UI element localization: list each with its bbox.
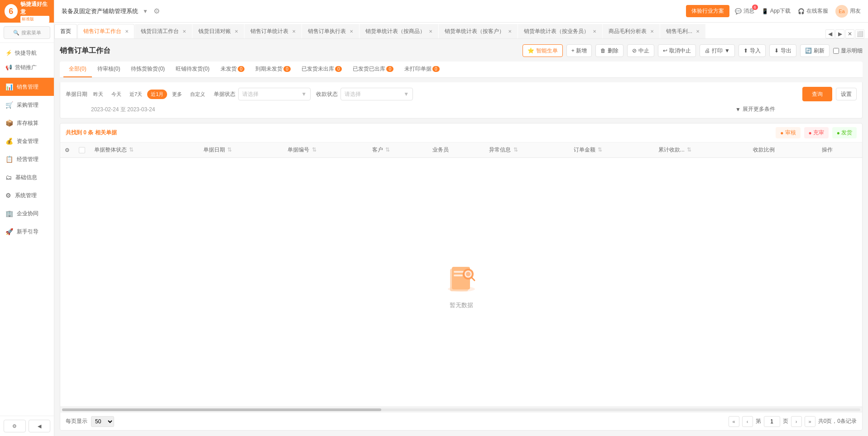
tab-close-cash-daily[interactable]: ✕ (182, 29, 186, 34)
tab-home[interactable]: 首页 (54, 24, 77, 38)
sort-exception-icon[interactable]: ⇅ (513, 147, 518, 153)
date-7days-btn[interactable]: 近7天 (126, 90, 145, 99)
sidebar-settings-btn[interactable]: ⚙ (4, 420, 26, 432)
filter-tab-not-printed[interactable]: 未打印单据0 (399, 62, 445, 77)
sidebar-item-marketing[interactable]: 📢 营销推广 (0, 60, 54, 75)
dispatch-button[interactable]: ● 发货 (832, 127, 857, 138)
industry-solution-button[interactable]: 体验行业方案 (686, 5, 729, 17)
filter-tab-shipped-out[interactable]: 已发货已出库0 (347, 62, 399, 77)
date-yesterday-btn[interactable]: 昨天 (90, 90, 106, 99)
filter-tab-not-shipped[interactable]: 未发货0 (215, 62, 250, 77)
query-button[interactable]: 查询 (802, 87, 832, 101)
sort-number-icon[interactable]: ⇅ (312, 147, 317, 153)
tab-close-all-button[interactable]: ✕ (845, 29, 854, 38)
tab-sales-workbench[interactable]: 销售订单工作台 ✕ (77, 24, 134, 38)
tab-close-sales-exec[interactable]: ✕ (350, 29, 353, 34)
expand-more-btn[interactable]: ▼ 展开更多条件 (735, 105, 775, 113)
horizontal-scrollbar[interactable] (60, 407, 862, 412)
app-download-button[interactable]: 📱 App下载 (762, 7, 791, 15)
sidebar-item-quick-nav[interactable]: ⚡ 快捷导航 (0, 46, 54, 60)
column-checkbox[interactable] (74, 142, 90, 158)
sidebar-item-inventory[interactable]: 📦 库存核算 (0, 114, 54, 132)
tab-prev-button[interactable]: ◀ (825, 29, 834, 38)
date-more-btn[interactable]: 更多 (169, 90, 185, 99)
filter-tab-pending-review[interactable]: 待审核(0) (92, 62, 126, 77)
user-profile-button[interactable]: Ea 用友 (835, 5, 861, 18)
print-button[interactable]: 🖨 打印 ▼ (700, 44, 735, 57)
search-menu-button[interactable]: 🔍 搜索菜单 (4, 26, 50, 39)
add-button[interactable]: + 新增 (566, 44, 592, 57)
sidebar-collapse-btn[interactable]: ◀ (29, 420, 51, 432)
tab-close-sales-stats[interactable]: ✕ (292, 29, 296, 34)
cancel-stop-button[interactable]: ↩ 取消中止 (658, 44, 696, 57)
tab-goods-margin[interactable]: 商品毛利分析表 ✕ (603, 24, 660, 38)
filter-tab-shipped-not-out[interactable]: 已发货未出库0 (296, 62, 348, 77)
scroll-track[interactable] (62, 408, 860, 411)
tab-cash-daily[interactable]: 钱货日清工作台 ✕ (135, 24, 192, 38)
online-service-button[interactable]: 🎧 在线客服 (798, 7, 828, 15)
tab-sales-summary-customer[interactable]: 销货单统计表（按客户） ✕ (439, 24, 518, 38)
sort-status-icon[interactable]: ⇅ (129, 147, 134, 153)
refresh-button[interactable]: 🔄 刷新 (800, 44, 830, 57)
page-number-input[interactable] (764, 416, 780, 427)
tab-sales-summary-product[interactable]: 销货单统计表（按商品） ✕ (360, 24, 438, 38)
select-all-checkbox[interactable] (79, 147, 85, 153)
show-detail-checkbox[interactable] (833, 48, 839, 54)
date-today-btn[interactable]: 今天 (108, 90, 125, 99)
sort-collected-icon[interactable]: ⇅ (687, 147, 691, 153)
import-button[interactable]: ⬆ 导入 (739, 44, 766, 57)
tab-sales-stats[interactable]: 销售订单统计表 ✕ (245, 24, 302, 38)
message-button[interactable]: 💬 消息 6 (735, 7, 754, 15)
payment-select[interactable]: 请选择 ▼ (340, 88, 413, 100)
filter-tab-pending-inspect[interactable]: 待拣货验货(0) (125, 62, 170, 77)
sidebar-item-basic[interactable]: 🗂 基础信息 (0, 168, 54, 186)
sort-customer-icon[interactable]: ⇅ (385, 147, 390, 153)
smart-order-button[interactable]: ⭐ 智能生单 (523, 44, 563, 57)
tab-sales-more[interactable]: 销售毛利... ✕ (660, 24, 705, 38)
tab-close-sales-summary-staff[interactable]: ✕ (593, 29, 596, 34)
tab-close-sales-workbench[interactable]: ✕ (125, 29, 129, 34)
prev-page-button[interactable]: ‹ (742, 416, 753, 427)
date-1month-btn[interactable]: 近1月 (147, 90, 167, 99)
delete-button[interactable]: 🗑 删除 (595, 44, 623, 57)
sidebar-item-operations[interactable]: 📋 经营管理 (0, 150, 54, 168)
tab-maximize-button[interactable]: ⬜ (855, 29, 864, 38)
first-page-button[interactable]: « (729, 416, 739, 427)
tab-next-button[interactable]: ▶ (835, 29, 844, 38)
status-select[interactable]: 请选择 ▼ (238, 88, 311, 100)
sidebar-item-system[interactable]: ⚙ 系统管理 (0, 186, 54, 204)
show-detail-label[interactable]: 显示明细 (833, 47, 863, 55)
last-page-button[interactable]: » (805, 416, 815, 427)
filter-tab-all[interactable]: 全部(0) (63, 62, 92, 77)
scroll-thumb[interactable] (62, 408, 381, 411)
topbar-settings-icon[interactable]: ⚙ (153, 7, 160, 15)
sort-date-icon[interactable]: ⇅ (227, 147, 232, 153)
revoke-button[interactable]: ● 充审 (804, 127, 829, 138)
tab-close-sales-more[interactable]: ✕ (696, 29, 700, 34)
tab-cash-reconcile[interactable]: 钱货日清对账 ✕ (192, 24, 244, 38)
export-button[interactable]: ⬇ 导出 (769, 44, 796, 57)
filter-tab-wangpu-pending[interactable]: 旺铺待发货(0) (170, 62, 215, 77)
tab-close-goods-margin[interactable]: ✕ (650, 29, 654, 34)
tab-close-sales-summary-product[interactable]: ✕ (429, 29, 432, 34)
stop-button[interactable]: ⊘ 中止 (627, 44, 654, 57)
sidebar-logo[interactable]: 6 畅捷通好生意 标准版 (0, 0, 54, 23)
sidebar-item-guide[interactable]: 🚀 新手引导 (0, 223, 54, 241)
tab-sales-summary-staff[interactable]: 销货单统计表（按业务员） ✕ (518, 24, 602, 38)
per-page-select[interactable]: 10 20 50 100 (91, 416, 114, 427)
system-dropdown-icon[interactable]: ▼ (143, 8, 148, 14)
filter-tab-overdue-ship[interactable]: 到期未发货0 (250, 62, 296, 77)
date-custom-btn[interactable]: 自定义 (187, 90, 208, 99)
sidebar-item-finance[interactable]: 💰 资金管理 (0, 132, 54, 150)
tab-close-sales-summary-customer[interactable]: ✕ (508, 29, 512, 34)
sort-amount-icon[interactable]: ⇅ (598, 147, 602, 153)
sidebar-item-purchase[interactable]: 🛒 采购管理 (0, 96, 54, 114)
column-settings[interactable]: ⚙ (60, 142, 74, 158)
sidebar-item-enterprise[interactable]: 🏢 企业协同 (0, 204, 54, 223)
tab-close-cash-reconcile[interactable]: ✕ (235, 29, 238, 34)
next-page-button[interactable]: › (791, 416, 802, 427)
tab-sales-exec[interactable]: 销售订单执行表 ✕ (302, 24, 359, 38)
audit-button[interactable]: ● 审核 (776, 127, 800, 138)
sidebar-item-sales[interactable]: 📊 销售管理 (0, 78, 54, 96)
filter-settings-button[interactable]: 设置 (836, 88, 857, 100)
